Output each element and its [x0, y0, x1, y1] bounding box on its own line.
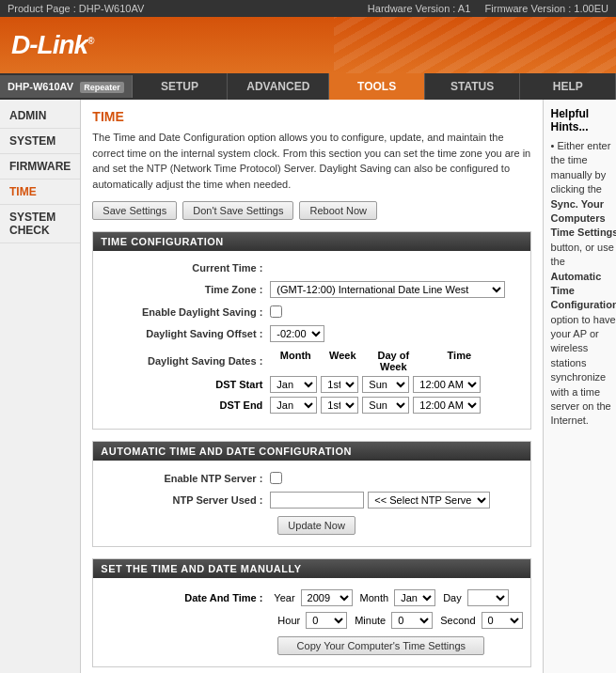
time-config-section: TIME CONFIGURATION Current Time : Time Z…: [92, 231, 530, 430]
minute-select[interactable]: 0: [391, 612, 433, 629]
right-panel: Helpful Hints... • Either enter the time…: [543, 100, 616, 673]
dst-start-month-select[interactable]: Jan: [270, 376, 317, 393]
month-select[interactable]: Jan: [394, 589, 435, 606]
dst-start-week-select[interactable]: 1st: [321, 376, 358, 393]
current-time-label: Current Time :: [101, 262, 270, 274]
day-label: Day: [443, 592, 462, 603]
page-title: TIME: [92, 109, 530, 124]
time-config-body: Current Time : Time Zone : (GMT-12:00) I…: [93, 251, 529, 429]
dst-col-headers: Month Week Day of Week Time: [270, 350, 492, 372]
dst-end-dow-select[interactable]: Sun: [362, 397, 409, 414]
dst-enable-label: Enable Daylight Saving :: [101, 306, 270, 318]
sidebar-item-system[interactable]: SYSTEM: [0, 129, 80, 154]
dst-end-row: DST End Jan 1st Sun 12:00 AM: [101, 397, 522, 414]
ntp-used-label: NTP Server Used :: [101, 494, 270, 506]
dst-header-row: Daylight Saving Dates : Month Week Day o…: [101, 350, 522, 372]
main-layout: ADMIN SYSTEM FIRMWARE TIME SYSTEM CHECK …: [0, 100, 616, 673]
help-text: • Either enter the time manually by clic…: [551, 139, 616, 429]
time-config-header: TIME CONFIGURATION: [93, 232, 529, 251]
tab-setup[interactable]: SETUP: [133, 73, 229, 100]
sidebar: ADMIN SYSTEM FIRMWARE TIME SYSTEM CHECK: [0, 100, 81, 673]
month-label: Month: [360, 592, 389, 603]
dst-offset-select[interactable]: -02:00: [270, 325, 324, 342]
ntp-enable-row: Enable NTP Server :: [101, 472, 522, 484]
dst-col-month: Month: [270, 350, 321, 372]
dst-end-time-select[interactable]: 12:00 AM: [413, 397, 481, 414]
dst-enable-row: Enable Daylight Saving :: [101, 305, 522, 318]
header-decoration: [334, 17, 616, 73]
ntp-used-row: NTP Server Used : << Select NTP Server: [101, 492, 522, 509]
timezone-label: Time Zone :: [101, 284, 270, 295]
dont-save-button[interactable]: Don't Save Settings: [182, 201, 293, 220]
sidebar-item-firmware[interactable]: FIRMWARE: [0, 154, 80, 180]
dst-offset-label: Daylight Saving Offset :: [101, 328, 270, 339]
tab-status[interactable]: STATUS: [425, 73, 521, 100]
manual-date-row: Date And Time : Year 2009 Month Jan Day: [101, 589, 522, 606]
dst-col-time: Time: [426, 350, 492, 372]
ntp-enable-checkbox[interactable]: [270, 472, 282, 484]
ntp-enable-label: Enable NTP Server :: [101, 473, 270, 484]
update-now-wrap: Update Now: [277, 516, 522, 535]
sidebar-item-system-check[interactable]: SYSTEM CHECK: [0, 205, 80, 243]
hour-label: Hour: [277, 615, 300, 626]
dst-start-time-select[interactable]: 12:00 AM: [413, 376, 481, 393]
manual-time-body: Date And Time : Year 2009 Month Jan Day: [93, 578, 529, 666]
second-select[interactable]: 0: [482, 612, 523, 629]
sidebar-item-admin[interactable]: ADMIN: [0, 103, 80, 129]
day-select[interactable]: [467, 589, 509, 606]
manual-time-row: Hour 0 Minute 0 Second 0: [277, 612, 522, 629]
reboot-now-button[interactable]: Reboot Now: [299, 201, 377, 220]
tab-tools[interactable]: TOOLS: [329, 73, 425, 100]
page-description: The Time and Date Configuration option a…: [92, 130, 530, 192]
content-area: TIME The Time and Date Configuration opt…: [81, 100, 542, 673]
minute-label: Minute: [355, 615, 386, 626]
ntp-select-wrap: << Select NTP Server: [270, 492, 490, 509]
dst-offset-row: Daylight Saving Offset : -02:00: [101, 325, 522, 342]
sidebar-item-time[interactable]: TIME: [0, 180, 80, 205]
product-label: Product Page : DHP-W610AV: [8, 3, 144, 14]
dst-start-label: DST Start: [101, 379, 270, 390]
top-bar: Product Page : DHP-W610AV Hardware Versi…: [0, 0, 616, 17]
current-time-row: Current Time :: [101, 262, 522, 274]
auto-time-section: AUTOMATIC TIME AND DATE CONFIGURATION En…: [92, 441, 530, 547]
ntp-server-select[interactable]: << Select NTP Server: [368, 492, 490, 509]
dst-start-selects: Jan 1st Sun 12:00 AM: [270, 376, 481, 393]
manual-time-header: SET THE TIME AND DATE MANUALLY: [93, 559, 529, 578]
datetime-label: Date And Time :: [101, 592, 270, 603]
dst-end-label: DST End: [101, 399, 270, 411]
dst-dates-label: Daylight Saving Dates :: [101, 355, 270, 367]
dst-end-month-select[interactable]: Jan: [270, 397, 317, 414]
dst-start-dow-select[interactable]: Sun: [362, 376, 409, 393]
dst-col-dow: Day of Week: [364, 350, 422, 372]
tab-advanced[interactable]: ADVANCED: [228, 73, 329, 100]
dlink-logo: D-Link®: [11, 30, 93, 60]
dst-col-week: Week: [324, 350, 360, 372]
timezone-select[interactable]: (GMT-12:00) International Date Line West: [270, 281, 505, 298]
dst-start-row: DST Start Jan 1st Sun 12:00 AM: [101, 376, 522, 393]
second-label: Second: [440, 615, 475, 626]
top-buttons: Save Settings Don't Save Settings Reboot…: [92, 201, 530, 220]
year-label: Year: [274, 592, 294, 603]
timezone-row: Time Zone : (GMT-12:00) International Da…: [101, 281, 522, 298]
year-select[interactable]: 2009: [301, 589, 353, 606]
hour-select[interactable]: 0: [306, 612, 347, 629]
tab-help[interactable]: HELP: [520, 73, 616, 100]
save-settings-button[interactable]: Save Settings: [92, 201, 177, 220]
dst-end-selects: Jan 1st Sun 12:00 AM: [270, 397, 481, 414]
help-title: Helpful Hints...: [551, 107, 616, 133]
manual-time-section: SET THE TIME AND DATE MANUALLY Date And …: [92, 558, 530, 667]
ntp-server-input[interactable]: [270, 492, 364, 509]
auto-time-header: AUTOMATIC TIME AND DATE CONFIGURATION: [93, 442, 529, 461]
update-now-button[interactable]: Update Now: [277, 516, 355, 535]
copy-time-button[interactable]: Copy Your Computer's Time Settings: [277, 636, 484, 655]
nav-tabs: DHP-W610AV Repeater SETUP ADVANCED TOOLS…: [0, 73, 616, 100]
copy-time-wrap: Copy Your Computer's Time Settings: [277, 636, 522, 655]
header: D-Link®: [0, 17, 616, 73]
dst-enable-checkbox[interactable]: [270, 305, 282, 318]
dst-end-week-select[interactable]: 1st: [321, 397, 358, 414]
auto-time-body: Enable NTP Server : NTP Server Used : <<…: [93, 461, 529, 546]
nav-brand: DHP-W610AV Repeater: [0, 75, 133, 98]
hw-fw-label: Hardware Version : A1 Firmware Version :…: [368, 3, 608, 14]
